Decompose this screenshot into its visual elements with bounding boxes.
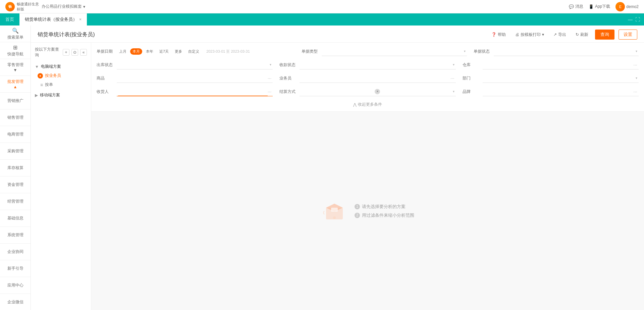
scheme-sub-item-by-doc[interactable]: ≡ 按单: [31, 80, 91, 89]
sidebar-item-operations[interactable]: 经营管理: [0, 193, 31, 210]
header-right: 💬 消息 📱 App下载 E demo2: [569, 2, 639, 11]
collapse-panel-btn[interactable]: «: [80, 49, 87, 56]
warehouse-select[interactable]: ···: [483, 60, 639, 69]
date-btn-more[interactable]: 更多: [172, 48, 184, 55]
sidebar-item-enterprise[interactable]: 企业协同: [0, 244, 31, 260]
account-selector[interactable]: 办公用品行业模拟账套 ▾: [42, 4, 85, 9]
sidebar-item-system[interactable]: 系统管理: [0, 227, 31, 244]
sidebar-item-wechat[interactable]: 企业微信: [0, 294, 31, 310]
query-btn[interactable]: 查询: [595, 30, 614, 40]
logo-text: 畅捷通好生意 标版: [17, 2, 39, 11]
tab-home[interactable]: 首页: [0, 13, 19, 25]
doc-status-chevron: ▾: [636, 49, 637, 53]
filter-container: 按以下方案查询 + ⊙ « ▼ 电脑端方案 ● 按业务员: [31, 43, 644, 310]
filter-row-1: 单据日期 上月 本月 本年 近7天 更多 自定义 2023-03-01 至 20…: [97, 47, 639, 56]
sidebar-item-marketing[interactable]: 营销推广: [0, 93, 31, 109]
tab-minimize-icon[interactable]: —: [628, 17, 633, 22]
date-btn-this-month[interactable]: 本月: [130, 48, 142, 55]
desktop-scheme-group: ▼ 电脑端方案 ● 按业务员 ≡ 按单: [31, 62, 91, 89]
department-select[interactable]: ▾: [483, 73, 639, 83]
app-download-btn[interactable]: 📱 App下载: [589, 4, 610, 9]
field-department: 部门 ▾: [463, 73, 639, 83]
sidebar-item-retail[interactable]: 零售管理 ▼: [0, 59, 31, 76]
mobile-scheme-header[interactable]: ▶ 移动端方案: [31, 91, 91, 100]
doc-type-select[interactable]: ▾: [322, 47, 467, 56]
sidebar-item-finance[interactable]: 资金管理: [0, 176, 31, 193]
field-doc-status: 单据状态 ▾: [474, 47, 639, 56]
brand-label: 品牌: [463, 89, 480, 95]
date-btn-last-month[interactable]: 上月: [117, 48, 129, 55]
date-btn-this-year[interactable]: 本年: [144, 48, 156, 55]
receipt-status-select[interactable]: ▾: [300, 60, 455, 69]
tab-sales-stat[interactable]: 销货单统计表（按业务员） ×: [19, 13, 87, 25]
query-panel-actions: + ⊙ «: [63, 49, 87, 56]
date-btn-last-7[interactable]: 近7天: [157, 48, 171, 55]
help-btn[interactable]: ❓ 帮助: [489, 31, 508, 39]
date-label: 单据日期: [97, 49, 114, 54]
date-range-text: 2023-03-01 至 2023-03-31: [206, 49, 250, 54]
tab-bar-right: — ⛶: [628, 17, 644, 22]
export-btn[interactable]: ↗ 导出: [551, 31, 569, 39]
date-btn-custom[interactable]: 自定义: [186, 48, 202, 55]
add-scheme-btn[interactable]: +: [63, 49, 69, 56]
sidebar-item-sales[interactable]: 销售管理: [0, 109, 31, 126]
doc-type-label: 单据类型: [302, 49, 319, 54]
settlement-select[interactable]: × ▾: [300, 87, 455, 96]
sidebar-item-quick-nav[interactable]: ⊞ 快捷导航: [0, 42, 31, 59]
help-icon: ❓: [491, 32, 496, 37]
download-icon: 📱: [589, 4, 594, 9]
message-icon: 💬: [569, 4, 574, 9]
filter-row-4: 收货人 ··· 结算方式 × ▾: [97, 87, 639, 96]
sidebar-item-newbie[interactable]: 新手引导: [0, 260, 31, 277]
field-receipt-status: 收款状态 ▾: [279, 60, 462, 69]
filter-fields: 单据日期 上月 本月 本年 近7天 更多 自定义 2023-03-01 至 20…: [91, 43, 644, 112]
sidebar-item-ecommerce[interactable]: 电商管理: [0, 126, 31, 143]
tip-num-2: 2: [355, 213, 360, 218]
sidebar-item-search[interactable]: 🔍 搜索菜单: [0, 25, 31, 42]
tab-expand-icon[interactable]: ⛶: [635, 17, 640, 22]
print-chevron: ▾: [542, 32, 544, 37]
message-btn[interactable]: 💬 消息: [569, 4, 583, 9]
page-actions: ❓ 帮助 🖨 按模板打印 ▾ ↗ 导出 ↻ 刷新 查询 设置: [489, 30, 637, 40]
doc-status-select[interactable]: ▾: [494, 47, 639, 56]
sidebar-item-inventory[interactable]: 库存核算: [0, 160, 31, 176]
goods-dots: ···: [268, 75, 272, 81]
desktop-scheme-header[interactable]: ▼ 电脑端方案: [31, 62, 91, 71]
settlement-clear-btn[interactable]: ×: [375, 89, 380, 94]
salesperson-scheme-icon: ●: [38, 73, 43, 79]
settings-btn[interactable]: 设置: [619, 30, 637, 40]
template-print-btn[interactable]: 🖨 按模板打印 ▾: [513, 31, 547, 39]
collapse-filters-btn[interactable]: ⋀ 收起更多条件: [97, 100, 639, 107]
goods-label: 商品: [97, 75, 114, 81]
print-icon: 🖨: [515, 32, 519, 37]
field-out-status: 出库状态 ▾: [97, 60, 279, 69]
goods-select[interactable]: ···: [117, 73, 273, 83]
refresh-icon: ↻: [576, 32, 579, 37]
recipient-dots: ···: [268, 89, 272, 94]
page-header: 销货单统计表(按业务员) ❓ 帮助 🖨 按模板打印 ▾ ↗ 导出 ↻ 刷新: [31, 25, 644, 43]
edit-scheme-btn[interactable]: ⊙: [71, 49, 78, 56]
tab-close-icon[interactable]: ×: [79, 17, 82, 22]
refresh-btn[interactable]: ↻ 刷新: [573, 31, 591, 39]
salesperson-select[interactable]: ···: [300, 73, 455, 83]
logo-area: 畅 畅捷通好生意 标版: [5, 2, 39, 11]
wholesale-arrow: ▲: [13, 85, 17, 89]
out-status-chevron: ▾: [270, 63, 271, 66]
recipient-text-input[interactable]: [118, 87, 268, 96]
mobile-chevron-icon: ▶: [35, 93, 38, 98]
page-title: 销货单统计表(按业务员): [38, 31, 95, 38]
settlement-chevron: ▾: [453, 90, 454, 93]
sidebar-item-wholesale[interactable]: 批发管理 ▲: [0, 76, 31, 93]
scheme-item-salesperson[interactable]: ● 按业务员: [31, 71, 91, 80]
out-status-select[interactable]: ▾: [117, 60, 273, 69]
user-avatar-area[interactable]: E demo2: [615, 2, 639, 11]
export-icon: ↗: [553, 32, 557, 37]
filter-row-2: 出库状态 ▾ 收款状态 ▾: [97, 60, 639, 69]
recipient-input[interactable]: ···: [117, 87, 273, 96]
search-icon: 🔍: [12, 28, 19, 34]
sidebar-item-basic[interactable]: 基础信息: [0, 210, 31, 227]
field-settlement: 结算方式 × ▾: [279, 87, 462, 96]
sidebar-item-apps[interactable]: 应用中心: [0, 277, 31, 294]
sidebar-item-purchase[interactable]: 采购管理: [0, 143, 31, 160]
brand-select[interactable]: ···: [483, 87, 639, 96]
